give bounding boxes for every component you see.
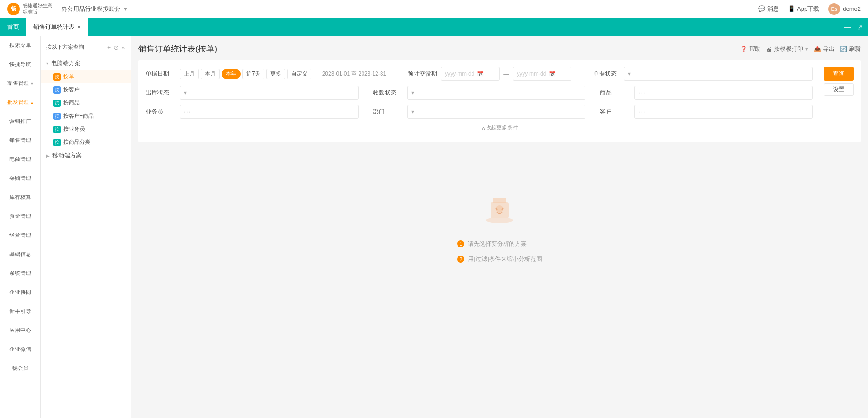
help-icon: ❓ bbox=[740, 46, 747, 52]
tree-child-bycustomerproduct[interactable]: 按 按客户+商品 bbox=[41, 109, 131, 123]
date-btn-more[interactable]: 更多 bbox=[266, 69, 285, 79]
fullscreen-window-icon[interactable]: ⤢ bbox=[857, 23, 863, 32]
print-button[interactable]: 🖨 按模板打印 ▾ bbox=[766, 45, 808, 53]
sidebar-item-inventory[interactable]: 库存核算 bbox=[0, 188, 40, 207]
scheme-icon-customer: 按 bbox=[53, 86, 61, 94]
sidebar-item-system[interactable]: 系统管理 bbox=[0, 264, 40, 283]
date-btn-last7days[interactable]: 近7天 bbox=[242, 69, 264, 79]
active-tab[interactable]: 销售订单统计表 × bbox=[26, 18, 88, 36]
tree-child-byorder[interactable]: 按 按单 bbox=[41, 70, 131, 83]
print-dropdown-icon: ▾ bbox=[805, 46, 808, 52]
sidebar-item-wechat[interactable]: 企业微信 bbox=[0, 340, 40, 359]
empty-hints: 1 请先选择要分析的方案 2 用[过滤]条件来缩小分析范围 bbox=[457, 238, 542, 265]
sidebar: 搜索菜单 快捷导航 零售管理 ▾ 批发管理 ▴ 营销推广 销售管理 电商管理 采… bbox=[0, 36, 41, 418]
left-panel: 按以下方案查询 + ⊙ « ▾ 电脑端方案 按 按单 按 按客户 按 按商品 bbox=[41, 36, 131, 418]
refresh-button[interactable]: 🔄 刷新 bbox=[840, 45, 861, 53]
action-buttons: 查询 设置 bbox=[824, 67, 854, 96]
sidebar-item-ecommerce[interactable]: 电商管理 bbox=[0, 150, 40, 169]
sidebar-item-sales[interactable]: 销售管理 bbox=[0, 131, 40, 150]
refresh-icon: 🔄 bbox=[840, 46, 847, 52]
help-button[interactable]: ❓ 帮助 bbox=[740, 45, 761, 53]
department-select[interactable] bbox=[407, 105, 586, 119]
ship-status-select[interactable] bbox=[180, 86, 359, 100]
message-button[interactable]: 💬 消息 bbox=[758, 5, 779, 13]
sidebar-item-search[interactable]: 搜索菜单 bbox=[0, 36, 40, 55]
top-bar-title: 办公用品行业模拟账套 bbox=[61, 5, 120, 13]
sidebar-item-retail[interactable]: 零售管理 ▾ bbox=[0, 74, 40, 93]
settings-button[interactable]: 设置 bbox=[824, 83, 854, 96]
receive-status-select[interactable] bbox=[407, 86, 586, 100]
tree-section: ▾ 电脑端方案 按 按单 按 按客户 按 按商品 按 按客户+商品 按 按业务员 bbox=[41, 55, 131, 164]
tree-child-bycategory[interactable]: 按 按商品分类 bbox=[41, 136, 131, 149]
hint-num-2: 2 bbox=[457, 256, 464, 263]
tree-child-byproduct[interactable]: 按 按商品 bbox=[41, 96, 131, 109]
top-bar-dropdown-icon[interactable]: ▾ bbox=[124, 5, 127, 12]
salesperson-label: 业务员 bbox=[146, 108, 173, 116]
top-bar-left: 畅 畅捷通好生意 标准版 办公用品行业模拟账套 ▾ bbox=[7, 3, 127, 15]
app-download-button[interactable]: 📱 App下载 bbox=[788, 5, 819, 13]
scheme-settings-icon[interactable]: ⊙ bbox=[113, 44, 119, 51]
tree-child-bysales[interactable]: 按 按业务员 bbox=[41, 123, 131, 136]
empty-illustration bbox=[477, 184, 522, 231]
empty-hint-1: 1 请先选择要分析的方案 bbox=[457, 238, 542, 250]
filter-row-status: 出库状态 收款状态 商品 bbox=[146, 86, 813, 100]
date-range-text: 2023-01-01 至 2023-12-31 bbox=[322, 70, 386, 78]
sidebar-item-quicknav[interactable]: 快捷导航 bbox=[0, 55, 40, 74]
tree-parent-desktop[interactable]: ▾ 电脑端方案 bbox=[41, 57, 131, 70]
scheme-icon-custprod: 按 bbox=[53, 113, 61, 120]
date-btn-thismonth[interactable]: 本月 bbox=[201, 69, 220, 79]
hint-num-1: 1 bbox=[457, 240, 464, 247]
minimize-window-icon[interactable]: — bbox=[844, 23, 851, 31]
sidebar-item-enterprise[interactable]: 企业协同 bbox=[0, 283, 40, 302]
filter-panel: 单据日期 上月 本月 本年 近7天 更多 自定义 2023-01-01 至 20… bbox=[138, 60, 861, 142]
sidebar-item-finance[interactable]: 资金管理 bbox=[0, 207, 40, 226]
sidebar-item-newuser[interactable]: 新手引导 bbox=[0, 302, 40, 321]
tree-child-bycustomer[interactable]: 按 按客户 bbox=[41, 83, 131, 96]
expected-date-start[interactable]: yyyy-mm-dd 📅 bbox=[441, 67, 500, 81]
sidebar-item-basic[interactable]: 基础信息 bbox=[0, 245, 40, 264]
sidebar-item-purchase[interactable]: 采购管理 bbox=[0, 169, 40, 188]
product-select[interactable] bbox=[634, 86, 813, 100]
empty-state: 1 请先选择要分析的方案 2 用[过滤]条件来缩小分析范围 bbox=[138, 148, 861, 301]
sidebar-item-marketing[interactable]: 营销推广 bbox=[0, 112, 40, 131]
add-scheme-button[interactable]: + bbox=[107, 44, 111, 51]
salesperson-select[interactable] bbox=[180, 105, 359, 119]
query-button[interactable]: 查询 bbox=[824, 67, 854, 81]
tab-bar: 首页 销售订单统计表 × — ⤢ bbox=[0, 18, 868, 36]
export-icon: 📤 bbox=[814, 46, 821, 52]
date-btn-thisyear[interactable]: 本年 bbox=[222, 69, 241, 79]
customer-select[interactable] bbox=[634, 105, 813, 119]
export-button[interactable]: 📤 导出 bbox=[814, 45, 835, 53]
empty-hint-2: 2 用[过滤]条件来缩小分析范围 bbox=[457, 253, 542, 265]
doc-status-label: 单据状态 bbox=[593, 70, 620, 78]
page-actions: ❓ 帮助 🖨 按模板打印 ▾ 📤 导出 🔄 刷新 bbox=[740, 45, 861, 53]
date-btn-lastmonth[interactable]: 上月 bbox=[180, 69, 199, 79]
chevron-down-icon: ▾ bbox=[31, 81, 33, 86]
expected-date-end[interactable]: yyyy-mm-dd 📅 bbox=[513, 67, 571, 81]
home-tab[interactable]: 首页 bbox=[0, 18, 26, 36]
date-separator: — bbox=[503, 71, 509, 77]
collapse-panel-icon[interactable]: « bbox=[122, 44, 125, 51]
sidebar-item-operation[interactable]: 经营管理 bbox=[0, 226, 40, 245]
doc-status-select[interactable] bbox=[624, 67, 813, 81]
filter-row-date: 单据日期 上月 本月 本年 近7天 更多 自定义 2023-01-01 至 20… bbox=[146, 67, 813, 81]
department-label: 部门 bbox=[373, 108, 400, 116]
collapse-bar[interactable]: ∧ 收起更多条件 bbox=[146, 120, 854, 135]
user-avatar-area[interactable]: Ea demo2 bbox=[828, 3, 861, 15]
close-tab-button[interactable]: × bbox=[77, 24, 80, 30]
scheme-icon-order: 按 bbox=[53, 73, 61, 81]
page-header: 销售订单统计表(按单) ❓ 帮助 🖨 按模板打印 ▾ 📤 导出 🔄 刷新 bbox=[138, 43, 861, 54]
sidebar-item-member[interactable]: 畅会员 bbox=[0, 359, 40, 378]
top-bar-right: 💬 消息 📱 App下载 Ea demo2 bbox=[758, 3, 861, 15]
logo-area: 畅 畅捷通好生意 标准版 bbox=[7, 3, 52, 15]
left-panel-header: 按以下方案查询 + ⊙ « bbox=[41, 40, 131, 55]
message-icon: 💬 bbox=[758, 5, 765, 12]
chevron-down-icon: ▾ bbox=[46, 61, 48, 66]
sidebar-item-appstore[interactable]: 应用中心 bbox=[0, 321, 40, 340]
date-buttons: 上月 本月 本年 近7天 更多 自定义 bbox=[180, 69, 311, 79]
top-bar: 畅 畅捷通好生意 标准版 办公用品行业模拟账套 ▾ 💬 消息 📱 App下载 E… bbox=[0, 0, 868, 18]
tree-parent-mobile[interactable]: ▶ 移动端方案 bbox=[41, 149, 131, 162]
sidebar-item-wholesale[interactable]: 批发管理 ▴ bbox=[0, 93, 40, 112]
date-btn-custom[interactable]: 自定义 bbox=[287, 69, 311, 79]
calendar-icon: 📅 bbox=[477, 71, 484, 77]
